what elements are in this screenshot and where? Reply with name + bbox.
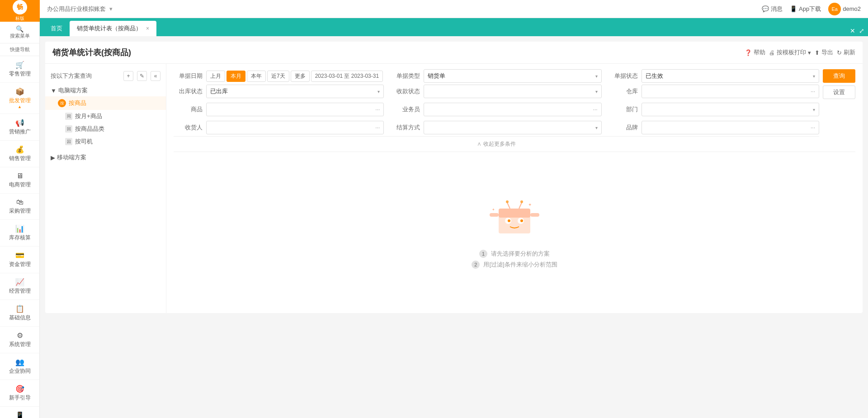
doc-type-select[interactable]: 销货单 ▾ [424,69,601,83]
user-name: demo2 [843,5,861,12]
doc-type-cell: 单据类型 销货单 ▾ [391,69,601,83]
workspace-info: 办公用品行业模拟账套 ▾ [47,5,113,13]
sidebar-item-wholesale[interactable]: 📦 批发管理 ▲ [0,83,39,114]
window-close-btn[interactable]: ✕ [850,27,855,34]
svg-line-6 [507,203,510,209]
step-1-text: 请先选择要分析的方案 [491,250,550,258]
enterprise-icon: 👥 [15,358,24,366]
window-maximize-btn[interactable]: ⤢ [859,27,864,34]
right-panel-inner: 单据日期 上月 本月 本年 近7天 更多 2023-03-01 至 2023-0… [174,69,855,152]
warehouse-label: 仓库 [609,87,638,95]
sidebar-item-operations[interactable]: 📈 经营管理 [0,273,39,300]
sidebar-item-inventory[interactable]: 📊 库存核算 [0,220,39,247]
svg-rect-11 [530,213,539,217]
svg-text:✦: ✦ [528,202,532,207]
app-download-btn[interactable]: 📱 App下载 [790,5,821,13]
print-icon: 🖨 [769,49,775,56]
svg-line-8 [519,203,522,209]
retail-icon: 🛒 [15,61,24,69]
collapse-bar[interactable]: ∧ 收起更多条件 [174,136,819,152]
staff-label: 业务员 [391,105,420,114]
tree-item-driver[interactable]: 囚 按司机 [45,135,166,148]
sidebar-item-sales[interactable]: 💰 销售管理 [0,141,39,167]
payment-select[interactable]: ▾ [424,121,601,134]
collapse-label: ∧ 收起更多条件 [477,141,515,147]
home-label: 首页 [51,24,62,33]
sidebar-item-search[interactable]: 🔍 搜索菜单 [0,22,39,43]
receiver-select[interactable]: ··· [206,121,384,134]
sidebar-item-enterprise[interactable]: 👥 企业协同 [0,353,39,380]
driver-label: 按司机 [75,138,93,146]
doc-status-select[interactable]: 已生效 ▾ [642,69,819,83]
recv-status-select[interactable]: ▾ [424,85,601,98]
date-btn-this-month[interactable]: 本月 [226,71,245,82]
goods-label: 商品 [174,105,203,114]
tab-close-btn[interactable]: × [146,25,149,32]
sidebar-item-finance[interactable]: 💳 资金管理 [0,247,39,273]
tab-sales-stats[interactable]: 销货单统计表（按商品） × [70,21,156,36]
goods-cell: 商品 ··· [174,103,384,116]
dept-label: 部门 [609,105,638,114]
app-download-label: App下载 [799,5,821,13]
sidebar-item-newbie[interactable]: 🎯 新手引导 [0,380,39,407]
app-download-icon: 📱 [790,5,797,12]
add-scheme-btn[interactable]: + [123,71,133,81]
staff-select[interactable]: ··· [424,103,601,116]
goods-select[interactable]: ··· [206,103,384,116]
system-icon: ⚙ [17,331,23,340]
brand-select[interactable]: ··· [642,121,819,134]
date-btn-this-year[interactable]: 本年 [247,71,266,82]
print-template-btn[interactable]: 🖨 按模板打印 ▾ [769,48,811,57]
date-btn-7days[interactable]: 近7天 [267,71,289,82]
svg-text:✦: ✦ [492,208,495,212]
step-2-text: 用[过滤]条件来缩小分析范围 [483,261,557,269]
message-btn[interactable]: 💬 消息 [762,5,783,13]
sidebar-item-system[interactable]: ⚙ 系统管理 [0,327,39,353]
out-status-select[interactable]: 已出库 ▾ [206,85,384,98]
dept-select[interactable]: ▾ [642,103,819,116]
sidebar-item-purchase[interactable]: 🛍 采购管理 [0,194,39,220]
sidebar-item-basic-info[interactable]: 📋 基础信息 [0,300,39,327]
help-btn[interactable]: ❓ 帮助 [745,48,765,57]
desktop-group-header[interactable]: ▼ 电脑端方案 [45,85,166,96]
query-button[interactable]: 查询 [823,69,855,83]
top-header: 办公用品行业模拟账套 ▾ 💬 消息 📱 App下载 Ea demo2 [40,0,868,18]
product-category-label: 按商品品类 [75,125,104,133]
sidebar-item-ecommerce[interactable]: 🖥 电商管理 [0,167,39,194]
tab-window-controls: ✕ ⤢ [850,27,864,36]
tree-item-by-product[interactable]: 按 按商品 [45,96,166,110]
export-btn[interactable]: ⬆ 导出 [815,48,833,57]
sidebar-item-retail[interactable]: 🛒 零售管理 [0,56,39,83]
user-profile[interactable]: Ea demo2 [828,3,861,15]
marketing-icon: 📢 [15,119,24,127]
mobile-group-header[interactable]: ▶ 移动端方案 [45,152,166,163]
sidebar-item-app-center[interactable]: 📱 应用中心 [0,407,39,418]
date-filter-label: 单据日期 [174,72,203,80]
doc-type-label: 单据类型 [391,72,420,80]
refresh-btn[interactable]: ↻ 刷新 [837,48,855,57]
filter-row-4: 收货人 ··· 结算方式 [174,121,819,134]
sales-icon: 💰 [15,145,24,154]
tab-home[interactable]: 首页 [43,21,70,36]
doc-status-chevron: ▾ [813,74,815,79]
settings-button[interactable]: 设置 [823,86,855,99]
empty-state: ✦ ✦ 1 请先选择要分析的方案 2 用[过滤]条件来缩小分析范围 [174,152,855,308]
payment-chevron: ▾ [595,125,598,130]
date-btn-last-month[interactable]: 上月 [206,71,225,82]
sidebar-item-quick-nav[interactable]: 快捷导航 [0,43,39,56]
receiver-label: 收货人 [174,124,203,132]
recv-status-cell: 收款状态 ▾ [391,85,601,98]
svg-rect-1 [499,209,530,218]
app-center-icon: 📱 [15,411,24,418]
tree-item-product-category[interactable]: 回 按商品品类 [45,123,166,135]
product-category-icon: 回 [65,125,72,133]
warehouse-select[interactable]: ··· [642,85,819,98]
edit-scheme-btn[interactable]: ✎ [137,71,147,81]
svg-point-5 [520,219,523,222]
date-btn-more[interactable]: 更多 [291,71,310,82]
tree-item-month-product[interactable]: 同 按月+商品 [45,110,166,123]
staff-cell: 业务员 ··· [391,103,601,116]
collapse-panel-btn[interactable]: « [151,71,160,81]
workspace-dropdown-icon[interactable]: ▾ [109,5,113,12]
sidebar-item-marketing[interactable]: 📢 营销推广 [0,114,39,141]
